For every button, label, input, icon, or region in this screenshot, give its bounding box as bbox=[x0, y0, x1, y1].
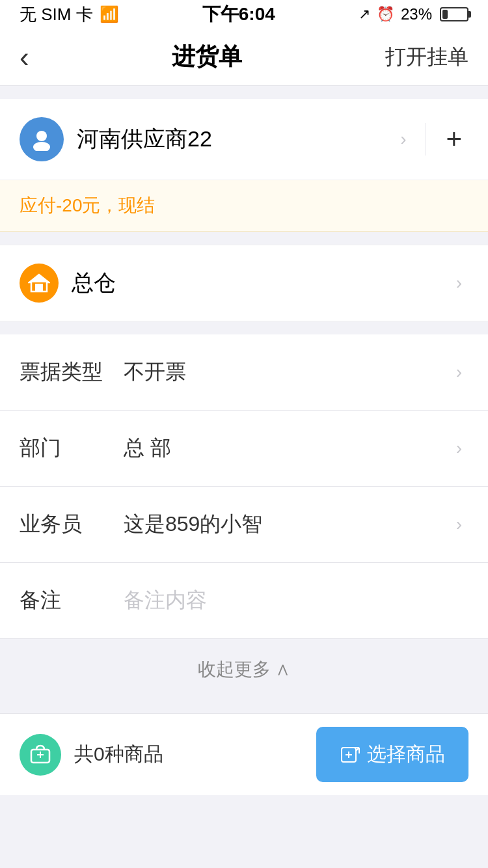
add-supplier-button[interactable]: + bbox=[439, 124, 468, 155]
collapse-label: 收起更多 ∧ bbox=[198, 659, 291, 679]
warehouse-name: 总仓 bbox=[72, 268, 456, 298]
supplier-row[interactable]: 河南供应商22 › + bbox=[0, 99, 488, 180]
warehouse-icon bbox=[20, 264, 59, 303]
svg-point-0 bbox=[36, 131, 47, 141]
warning-banner: 应付-20元，现结 bbox=[0, 180, 488, 232]
open-pending-button[interactable]: 打开挂单 bbox=[385, 43, 468, 72]
select-product-button[interactable]: 选择商品 bbox=[316, 727, 468, 782]
salesperson-label: 业务员 bbox=[20, 510, 111, 539]
nav-bar: ‹ 进货单 打开挂单 bbox=[0, 29, 488, 86]
product-count: 共0种商品 bbox=[74, 741, 316, 768]
house-icon bbox=[28, 272, 50, 294]
salesperson-value: 这是859的小智 bbox=[124, 510, 456, 539]
status-time: 下午6:04 bbox=[202, 2, 275, 27]
supplier-name: 河南供应商22 bbox=[77, 124, 400, 154]
select-product-label: 选择商品 bbox=[367, 741, 445, 768]
alarm-icon: ⏰ bbox=[377, 6, 394, 23]
cart-icon bbox=[29, 743, 52, 766]
department-label: 部门 bbox=[20, 434, 111, 463]
svg-marker-4 bbox=[29, 275, 49, 282]
content: 河南供应商22 › + 应付-20元，现结 总仓 › 票据类型 不开票 › bbox=[0, 99, 488, 868]
location-icon: ↗ bbox=[359, 6, 370, 23]
department-value: 总 部 bbox=[124, 434, 456, 463]
bill-type-value: 不开票 bbox=[124, 358, 456, 387]
status-bar: 无 SIM 卡 📶 下午6:04 ↗ ⏰ 23% bbox=[0, 0, 488, 29]
warehouse-row[interactable]: 总仓 › bbox=[0, 245, 488, 321]
supplier-chevron-icon: › bbox=[400, 129, 406, 150]
wifi-icon: 📶 bbox=[100, 5, 119, 23]
supplier-section: 河南供应商22 › + 应付-20元，现结 bbox=[0, 99, 488, 232]
supplier-divider bbox=[426, 123, 426, 156]
carrier-text: 无 SIM 卡 bbox=[20, 3, 93, 26]
person-icon bbox=[30, 128, 53, 151]
gray-fill-area bbox=[0, 795, 488, 868]
battery-icon bbox=[440, 7, 468, 21]
bottom-bar: 共0种商品 选择商品 bbox=[0, 713, 488, 795]
status-right: ↗ ⏰ 23% bbox=[359, 5, 468, 23]
remark-placeholder[interactable]: 备注内容 bbox=[124, 586, 468, 615]
back-button[interactable]: ‹ bbox=[20, 41, 29, 74]
select-product-icon bbox=[340, 744, 360, 765]
salesperson-row[interactable]: 业务员 这是859的小智 › bbox=[0, 487, 488, 563]
svg-point-1 bbox=[33, 142, 50, 151]
product-icon bbox=[20, 734, 61, 776]
battery-percent: 23% bbox=[401, 5, 432, 23]
remark-row[interactable]: 备注 备注内容 bbox=[0, 563, 488, 639]
svg-rect-3 bbox=[35, 284, 43, 292]
bill-type-row[interactable]: 票据类型 不开票 › bbox=[0, 334, 488, 411]
collapse-toggle[interactable]: 收起更多 ∧ bbox=[0, 639, 488, 700]
supplier-avatar bbox=[20, 117, 64, 161]
department-chevron-icon: › bbox=[456, 438, 462, 459]
salesperson-chevron-icon: › bbox=[456, 514, 462, 535]
warehouse-chevron-icon: › bbox=[456, 273, 462, 293]
department-row[interactable]: 部门 总 部 › bbox=[0, 411, 488, 487]
page-title: 进货单 bbox=[172, 41, 242, 73]
status-carrier: 无 SIM 卡 📶 bbox=[20, 3, 119, 26]
bill-type-label: 票据类型 bbox=[20, 358, 111, 387]
warning-text: 应付-20元，现结 bbox=[20, 195, 155, 215]
remark-label: 备注 bbox=[20, 586, 111, 615]
bill-type-chevron-icon: › bbox=[456, 362, 462, 383]
form-section: 票据类型 不开票 › 部门 总 部 › 业务员 这是859的小智 › 备注 备注… bbox=[0, 334, 488, 639]
